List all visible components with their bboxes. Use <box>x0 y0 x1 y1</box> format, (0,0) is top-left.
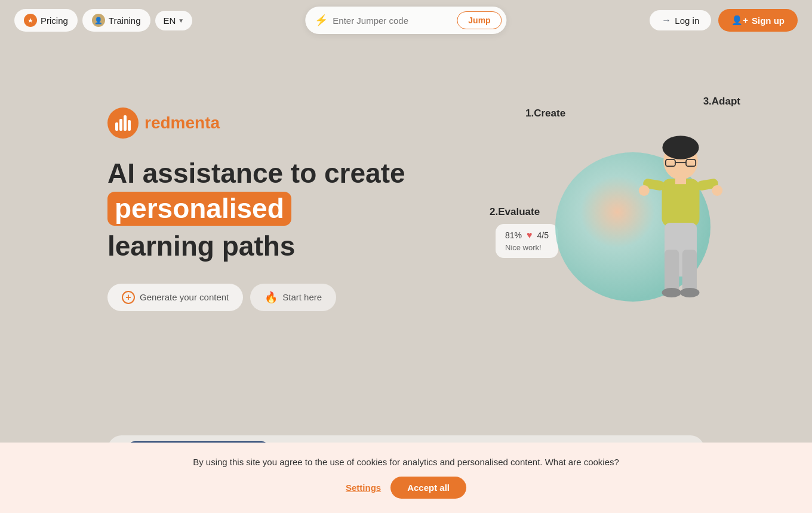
logo-icon <box>107 107 139 139</box>
svg-point-11 <box>662 288 681 297</box>
cookie-accept-button[interactable]: Accept all <box>390 477 466 499</box>
login-icon: → <box>662 15 671 26</box>
person-plus-icon: 👤+ <box>731 15 748 26</box>
lightning-icon: ⚡ <box>315 14 328 27</box>
label-adapt: 3.Adapt <box>703 96 740 107</box>
svg-rect-7 <box>675 176 686 184</box>
svg-rect-6 <box>662 179 700 227</box>
jumper-input[interactable] <box>333 16 452 26</box>
logo-bars <box>115 115 131 131</box>
pricing-icon: ★ <box>24 14 37 27</box>
login-button[interactable]: → Log in <box>650 10 711 30</box>
label-create: 1.Create <box>525 107 565 119</box>
signup-label: Sign up <box>752 16 785 26</box>
cookie-actions: Settings Accept all <box>346 477 466 499</box>
character-svg <box>621 131 740 346</box>
svg-rect-10 <box>682 250 697 293</box>
login-label: Log in <box>675 16 699 26</box>
bar3 <box>124 115 127 131</box>
generate-label: Generate your content <box>140 292 229 302</box>
plus-icon: + <box>122 291 135 304</box>
svg-point-16 <box>712 185 722 196</box>
logo-row: redmenta <box>107 107 405 139</box>
chevron-down-icon: ▼ <box>178 17 184 24</box>
training-label: Training <box>109 16 141 26</box>
jumper-box: ⚡ Jump <box>305 7 506 34</box>
fire-icon: 🔥 <box>264 291 278 304</box>
svg-point-2 <box>662 136 699 159</box>
navbar: ★ Pricing 👤 Training EN ▼ ⚡ Jump → Log i… <box>0 0 812 41</box>
cookie-settings-button[interactable]: Settings <box>346 477 381 499</box>
training-button[interactable]: 👤 Training <box>82 9 150 32</box>
nav-right: → Log in 👤+ Sign up <box>650 9 798 32</box>
bar4 <box>128 120 131 131</box>
headline-line3: learning paths <box>107 231 405 262</box>
stats-percent: 81% <box>505 231 522 240</box>
cookie-banner: By using this site you agree to the use … <box>0 443 812 513</box>
pricing-button[interactable]: ★ Pricing <box>14 9 78 32</box>
starthere-label: Start here <box>282 292 322 302</box>
bar1 <box>115 122 118 131</box>
hero-actions: + Generate your content 🔥 Start here <box>107 284 405 311</box>
pricing-label: Pricing <box>41 16 68 26</box>
hero-content: redmenta AI assistance to create persona… <box>107 107 405 311</box>
language-selector[interactable]: EN ▼ <box>155 11 193 30</box>
hero-headline: AI assistance to create personalised lea… <box>107 158 405 262</box>
training-icon: 👤 <box>92 14 105 27</box>
blob-container <box>525 119 752 370</box>
cookie-message: By using this site you agree to the use … <box>193 457 619 467</box>
generate-content-button[interactable]: + Generate your content <box>107 284 243 311</box>
nav-left: ★ Pricing 👤 Training EN ▼ <box>14 9 192 32</box>
logo-text: redmenta <box>144 113 220 133</box>
start-here-button[interactable]: 🔥 Start here <box>250 284 336 311</box>
hero-illustration: 1.Create 3.Adapt 2.Evaluate 81% ♥ 4/5 Ni… <box>490 96 752 382</box>
signup-button[interactable]: 👤+ Sign up <box>718 9 798 32</box>
headline-line1: AI assistance to create <box>107 158 405 189</box>
svg-point-15 <box>639 185 650 196</box>
svg-rect-9 <box>665 250 679 293</box>
svg-point-12 <box>680 288 699 297</box>
jumper-search: ⚡ Jump <box>305 7 506 34</box>
jump-button[interactable]: Jump <box>457 11 502 29</box>
headline-highlight: personalised <box>107 192 291 226</box>
lang-label: EN <box>164 16 176 26</box>
bar2 <box>119 119 122 131</box>
